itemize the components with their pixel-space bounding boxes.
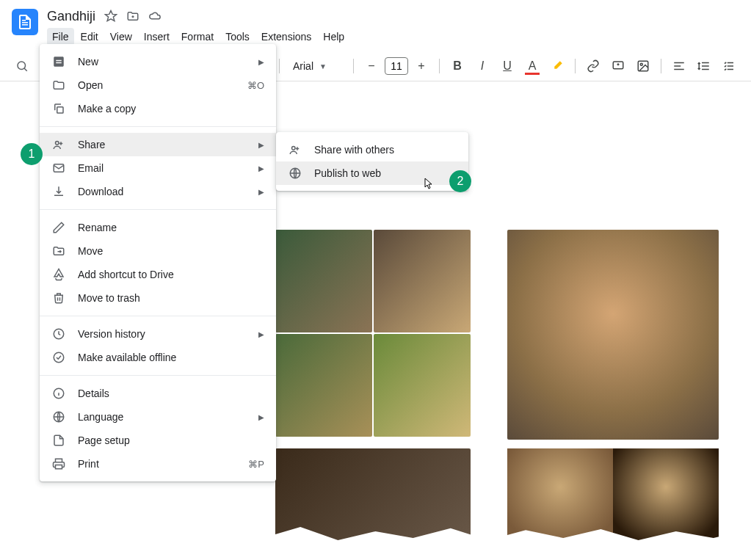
menu-label: Version history [78,328,241,340]
font-select[interactable]: Arial ▼ [287,57,346,75]
move-folder-icon[interactable] [126,10,139,23]
menu-item-move[interactable]: Move [40,239,276,263]
info-icon [51,386,66,401]
chevron-right-icon: ▶ [258,188,264,196]
highlight-button[interactable] [547,56,567,76]
separator [439,59,440,73]
document-image[interactable] [275,230,372,332]
menu-item-share[interactable]: Share ▶ [40,133,276,156]
chevron-right-icon: ▶ [258,164,264,172]
separator [40,209,276,210]
menu-item-new[interactable]: New ▶ [40,50,276,73]
menu-item-offline[interactable]: Make available offline [40,346,276,369]
menu-item-print[interactable]: Print ⌘P [40,452,276,476]
chevron-right-icon: ▶ [258,141,264,149]
link-button[interactable] [583,56,603,76]
svg-point-0 [18,62,26,70]
italic-button[interactable]: I [472,56,493,76]
share-submenu: Share with others Publish to web [276,132,468,191]
header: Gandhiji File Edit View Insert Format To… [0,0,751,46]
increase-font-button[interactable]: + [411,56,432,76]
menu-label: New [78,56,241,68]
decrease-font-button[interactable]: − [361,56,382,76]
bold-button[interactable]: B [447,56,468,76]
menu-label: Share [78,139,241,150]
menu-item-trash[interactable]: Move to trash [40,286,276,310]
document-image[interactable] [275,334,372,437]
title-area: Gandhiji File Edit View Insert Format To… [47,6,739,46]
menu-item-add-shortcut[interactable]: Add shortcut to Drive [40,263,276,286]
menu-bar: File Edit View Insert Format Tools Exten… [47,28,739,46]
align-button[interactable] [669,56,689,76]
menu-view[interactable]: View [105,28,137,46]
underline-button[interactable]: U [497,56,518,76]
menu-insert[interactable]: Insert [139,28,175,46]
chevron-right-icon: ▶ [258,58,264,66]
font-size-input[interactable] [385,57,408,75]
menu-item-open[interactable]: Open ⌘O [40,73,276,97]
separator [575,59,576,73]
image-button[interactable] [633,56,653,76]
separator [353,59,354,73]
font-label: Arial [293,60,313,72]
docs-logo[interactable] [12,9,38,35]
submenu-item-publish-web[interactable]: Publish to web [276,161,468,185]
separator [279,59,280,73]
document-image[interactable] [374,334,471,437]
document-image-large[interactable] [507,230,719,440]
cloud-icon[interactable] [148,10,162,23]
checklist-button[interactable] [719,56,739,76]
image-grid-row [275,230,719,440]
history-icon [51,327,66,341]
menu-label: Page setup [78,434,264,446]
email-icon [51,161,66,175]
menu-format[interactable]: Format [176,28,219,46]
menu-item-make-copy[interactable]: Make a copy [40,97,276,120]
annotation-badge-2: 2 [449,170,471,192]
menu-label: Make available offline [78,352,264,363]
menu-item-email[interactable]: Email ▶ [40,156,276,180]
svg-point-3 [640,63,642,65]
menu-item-language[interactable]: Language ▶ [40,405,276,429]
image-grid-2x2 [275,230,471,440]
share-icon [288,142,302,157]
submenu-item-share-others[interactable]: Share with others [276,138,468,161]
move-icon [51,244,66,258]
search-button[interactable] [12,56,32,76]
document-title[interactable]: Gandhiji [47,9,95,24]
menu-label: Make a copy [78,103,264,114]
comment-button[interactable] [608,56,628,76]
svg-point-5 [56,142,59,145]
trash-icon [51,291,66,305]
separator [661,59,661,73]
document-image[interactable] [374,230,471,332]
menu-edit[interactable]: Edit [76,28,104,46]
shortcut-label: ⌘O [247,80,264,91]
menu-item-download[interactable]: Download ▶ [40,180,276,203]
svg-rect-4 [57,107,63,113]
menu-label: Rename [78,222,264,233]
menu-file[interactable]: File [47,28,74,46]
menu-help[interactable]: Help [318,28,349,46]
star-icon[interactable] [104,10,117,23]
svg-point-8 [54,352,64,363]
menu-extensions[interactable]: Extensions [256,28,316,46]
line-spacing-button[interactable] [694,56,714,76]
submenu-label: Publish to web [314,167,457,179]
share-icon [51,137,66,152]
file-dropdown-menu: New ▶ Open ⌘O Make a copy Share ▶ Email … [40,44,276,481]
text-color-button[interactable]: A [522,56,543,76]
offline-icon [51,350,66,365]
menu-tools[interactable]: Tools [220,28,255,46]
menu-label: Open [78,79,236,91]
menu-item-details[interactable]: Details [40,382,276,405]
chevron-right-icon: ▶ [258,330,264,338]
chevron-down-icon: ▼ [319,62,327,70]
menu-item-rename[interactable]: Rename [40,216,276,239]
rename-icon [51,220,66,235]
menu-label: Download [78,186,241,197]
menu-label: Print [78,458,236,470]
svg-point-11 [292,147,296,150]
menu-item-page-setup[interactable]: Page setup [40,429,276,452]
menu-item-version-history[interactable]: Version history ▶ [40,322,276,346]
